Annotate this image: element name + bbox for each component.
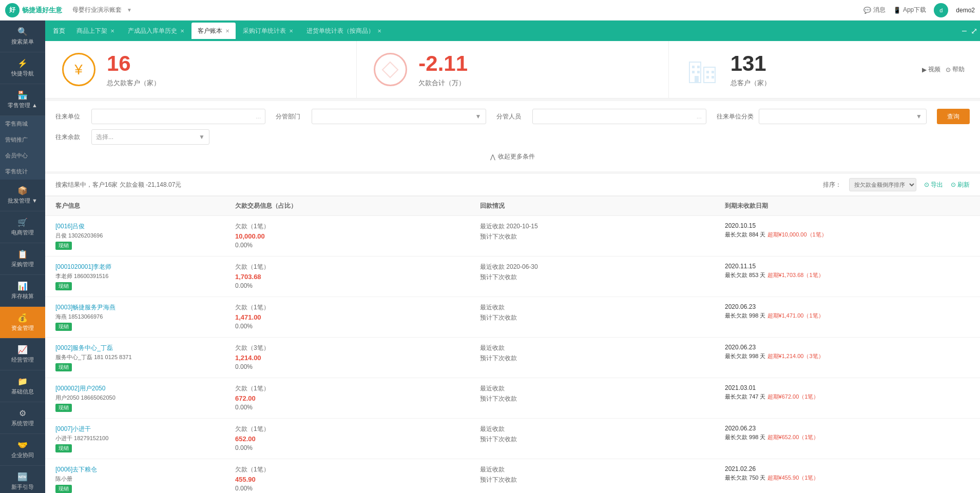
debt-amount-2: 1,471.00 [235,313,480,321]
sidebar-item-member[interactable]: 会员中心 [0,148,45,164]
purchase-icon: 📋 [3,249,43,259]
debt-count-3: 欠款（3笔） [235,344,480,352]
stat-view-btn[interactable]: ▶ 视频 [922,65,940,74]
customer-info-1: [0001020001]李老师 李老师 18600391516 现销 [55,263,235,290]
user-avatar[interactable]: d [934,3,948,17]
system-dropdown-icon[interactable]: ▼ [127,7,132,13]
search-field-person: 分管人员 ... [496,109,706,124]
tab-expand-icon[interactable]: ⤢ [971,26,977,36]
overdue-date-4: 2021.03.01 [725,384,970,391]
tab-product-history-close[interactable]: ✕ [180,28,184,34]
tab-inbound-stats-label: 进货单统计表（按商品） [306,27,374,35]
export-button[interactable]: ⊙ 导出 [924,181,943,189]
tab-product-offline[interactable]: 商品上下架 ✕ [70,23,121,39]
sidebar-item-purchase[interactable]: 📋 采购管理 [0,243,45,275]
stats-row: ¥ 16 总欠款客户（家） [45,41,980,98]
tab-home[interactable]: 首页 [48,23,70,39]
download-icon: 📱 [893,7,901,14]
stat-icon-circle-pink [374,53,407,86]
sidebar-item-enterprise-collab[interactable]: 🤝 企业协同 [0,434,45,466]
stat-help-btn[interactable]: ⊙ 帮助 [946,65,965,74]
payment-next-6: 预计下次收款 [480,476,725,484]
tab-inbound-stats-close[interactable]: ✕ [377,28,381,34]
svg-rect-7 [706,71,709,73]
customer-name-3[interactable]: [0002]服务中心_丁磊 [55,344,235,352]
customer-name-6[interactable]: [0006]去下粮仓 [55,465,235,474]
stat-number-owed-customers: 16 [107,51,341,76]
table-row: [0003]畅捷服务尹海燕 海燕 18513066976 现销 欠款（1笔） 1… [45,297,980,338]
search-input-person[interactable]: ... [532,109,706,124]
tab-customer-account[interactable]: 客户账本 ✕ [191,23,236,39]
sidebar-item-ecommerce[interactable]: 🛒 电商管理 [0,211,45,243]
tab-customer-account-close[interactable]: ✕ [225,28,229,34]
table-header: 客户信息 欠款交易信息（占比） 回款情况 到期未收款日期 [45,196,980,216]
sidebar-item-search[interactable]: 🔍 搜索菜单 [0,21,45,52]
sidebar-item-ops-label: 经营管理 [3,356,43,364]
collapse-button[interactable]: ⋀ 收起更多条件 [490,152,535,161]
overdue-link-1[interactable]: 超期¥1,703.68（1笔） [767,272,824,278]
sidebar-item-basic[interactable]: 📁 基础信息 [0,370,45,402]
search-field-balance: 往来余款 选择... ▼ [55,129,209,145]
tab-product-offline-close[interactable]: ✕ [110,28,114,34]
sidebar-item-retail-label: 零售管理 ▲ [3,102,43,109]
search-button[interactable]: 查询 [937,109,970,124]
customer-name-4[interactable]: [000002]用户2050 [55,384,235,393]
search-select-dept[interactable]: ▼ [312,109,486,124]
sidebar-item-quick-nav[interactable]: ⚡ 快捷导航 [0,52,45,84]
customer-name-0[interactable]: [0016]吕俊 [55,222,235,231]
sidebar-item-system[interactable]: ⚙ 系统管理 [0,402,45,434]
main-layout: 🔍 搜索菜单 ⚡ 快捷导航 🏪 零售管理 ▲ 零售商城 营销推广 会员中心 零售… [0,21,980,493]
overdue-link-6[interactable]: 超期¥455.90（1笔） [767,475,819,481]
search-field-category: 往来单位分类 ▼ [717,109,927,124]
app-download-button[interactable]: 📱 App下载 [893,6,926,14]
overdue-link-4[interactable]: 超期¥672.00（1笔） [767,393,819,400]
overdue-date-6: 2021.02.26 [725,465,970,472]
refresh-button[interactable]: ⊙ 刷新 [951,181,970,189]
payment-next-1: 预计下次收款 [480,273,725,282]
payment-last-5: 最近收款 [480,425,725,433]
logo-area: 好 畅捷通好生意 [5,3,62,17]
table-row: [0016]吕俊 吕俊 13026203696 现销 欠款（1笔） 10,000… [45,216,980,257]
customer-name-5[interactable]: [0007]小进干 [55,425,235,433]
tab-purchase-order-close[interactable]: ✕ [289,28,293,34]
sidebar-item-inventory[interactable]: 📊 库存核算 [0,275,45,307]
payment-info-5: 最近收款 预计下次收款 [480,425,725,452]
tab-purchase-order[interactable]: 采购订单统计表 ✕ [237,23,299,39]
sidebar-item-retail-mgmt[interactable]: 🏪 零售管理 ▲ [0,84,45,116]
overdue-link-5[interactable]: 超期¥652.00（1笔） [767,434,819,440]
sort-select[interactable]: 按欠款金额倒序排序 [849,178,916,191]
search-select-category[interactable]: ▼ [759,109,927,124]
tab-bar: 首页 商品上下架 ✕ 产成品入库单历史 ✕ 客户账本 ✕ 采购订单统计表 ✕ [45,21,980,41]
stat-card-owed-amount: -2.11 欠款合计（万） [357,41,668,98]
sidebar-item-capital[interactable]: 💰 资金管理 [0,307,45,339]
help-label: 帮助 [952,65,965,74]
search-input-unit[interactable]: ... [91,109,265,124]
overdue-link-0[interactable]: 超期¥10,000.00（1笔） [767,231,827,238]
debt-percent-5: 0.00% [235,444,480,451]
sidebar-item-retail-stats[interactable]: 零售统计 [0,164,45,180]
debt-count-5: 欠款（1笔） [235,425,480,433]
sidebar-item-retail-mall[interactable]: 零售商城 [0,116,45,132]
sidebar-item-new-guide[interactable]: 🆕 新手引导 [0,466,45,493]
overdue-info-0: 2020.10.15 最长欠款 884 天 超期¥10,000.00（1笔） [725,222,970,250]
customer-info-3: [0002]服务中心_丁磊 服务中心_丁磊 181 0125 8371 现销 [55,344,235,371]
sidebar-item-batch-mgmt[interactable]: 📦 批发管理 ▼ [0,180,45,211]
tab-collapse-icon[interactable]: – [962,26,967,35]
debt-percent-0: 0.00% [235,242,480,249]
overdue-link-3[interactable]: 超期¥1,214.00（3笔） [767,353,824,359]
debt-count-1: 欠款（1笔） [235,263,480,271]
overdue-link-2[interactable]: 超期¥1,471.00（1笔） [767,312,824,319]
stat-number-total-customers: 131 [731,51,912,76]
sidebar-item-new-guide-label: 新手引导 [3,483,43,491]
customer-name-2[interactable]: [0003]畅捷服务尹海燕 [55,303,235,312]
tab-product-history[interactable]: 产成品入库单历史 ✕ [122,23,190,39]
debt-percent-2: 0.00% [235,323,480,330]
balance-placeholder: 选择... [96,133,113,142]
message-button[interactable]: 💬 消息 [863,6,886,14]
tab-inbound-stats[interactable]: 进货单统计表（按商品） ✕ [300,23,388,39]
customer-name-1[interactable]: [0001020001]李老师 [55,263,235,271]
sidebar-item-marketing[interactable]: 营销推广 [0,132,45,148]
search-select-balance[interactable]: 选择... ▼ [91,129,209,145]
tab-product-history-label: 产成品入库单历史 [128,27,177,35]
sidebar-item-ops[interactable]: 📈 经营管理 [0,339,45,370]
